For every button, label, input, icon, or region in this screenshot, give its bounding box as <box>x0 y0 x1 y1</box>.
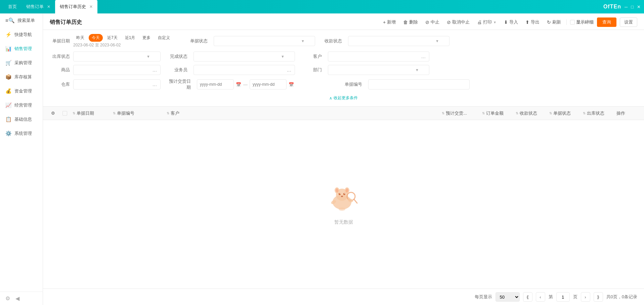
customer-dots[interactable]: ... <box>421 53 426 60</box>
bill-status-select[interactable]: ▼ <box>214 36 315 46</box>
th-settings[interactable]: ⚙ <box>46 111 60 116</box>
th-number-label: 单据编号 <box>117 110 134 116</box>
sidebar-item-finance[interactable]: 💰 资金管理 <box>0 84 43 98</box>
print-button[interactable]: 🖨 打印 ▼ <box>475 18 499 27</box>
per-page-select[interactable]: 50 20 100 <box>496 292 520 302</box>
export-button[interactable]: ⬆ 导出 <box>523 18 542 27</box>
stop-label: 中止 <box>431 19 439 25</box>
date-pill-7days[interactable]: 近7天 <box>104 34 121 42</box>
th-pay-status[interactable]: ⇅ 收款状态 <box>513 110 547 116</box>
date-dash: — <box>243 82 248 87</box>
date-pill-1month[interactable]: 近1月 <box>122 34 138 42</box>
date-start-input[interactable] <box>197 79 234 89</box>
date-end-input[interactable] <box>250 79 287 89</box>
sidebar-settings-icon[interactable]: ⚙ <box>5 295 10 302</box>
sidebar-item-system[interactable]: ⚙️ 系统管理 <box>0 126 43 141</box>
page-suffix: 页 <box>573 294 577 300</box>
salesperson-dots[interactable]: ... <box>287 67 291 73</box>
last-page-button[interactable]: ⟫ <box>594 292 603 302</box>
salesperson-input[interactable]: ... <box>194 65 295 75</box>
add-button[interactable]: + 新增 <box>381 18 398 27</box>
table-settings-icon[interactable]: ⚙ <box>51 111 55 116</box>
window-minimize[interactable]: ─ <box>625 4 628 9</box>
th-delivery[interactable]: ⇅ 预计交货... <box>439 110 479 116</box>
stop-icon: ⊘ <box>425 20 429 25</box>
sidebar-item-purchase-mgmt[interactable]: 🛒 采购管理 <box>0 56 43 70</box>
sidebar-item-inventory[interactable]: 📦 库存核算 <box>0 70 43 84</box>
th-bill-status[interactable]: ⇅ 单据状态 <box>547 110 580 116</box>
filter-section: 单据日期 昨天 今天 近7天 近1月 更多 自定义 2023-06-02 至 2… <box>43 30 644 107</box>
product-input[interactable]: ... <box>73 65 161 75</box>
tab-home[interactable]: 首页 <box>3 0 22 13</box>
window-close[interactable]: ✕ <box>637 4 641 9</box>
tab-sales-order-history[interactable]: 销售订单历史 ✕ <box>55 0 97 13</box>
date-input-group: 📅 — 📅 <box>197 79 294 89</box>
next-page-button[interactable]: › <box>581 292 590 302</box>
import-button[interactable]: ⬇ 导入 <box>502 18 520 27</box>
warehouse-dots[interactable]: ... <box>153 81 157 87</box>
customer-input[interactable]: ... <box>328 51 429 62</box>
settings-button[interactable]: 设置 <box>620 17 637 27</box>
date-pill-more[interactable]: 更多 <box>139 34 154 42</box>
sales-mgmt-icon: 📊 <box>5 46 12 52</box>
sidebar: ≡🔍 搜索菜单 ⚡ 快捷导航 📊 销售管理 🛒 采购管理 📦 库存核算 💰 资金… <box>0 13 43 305</box>
display-columns-checkbox[interactable] <box>570 20 575 25</box>
cancel-stop-icon: ⊘ <box>447 20 451 25</box>
sidebar-collapse-icon[interactable]: ◀ <box>15 295 19 302</box>
complete-status-select[interactable]: ▼ <box>194 51 295 62</box>
bill-number-input[interactable] <box>368 79 470 89</box>
delete-button[interactable]: 🗑 删除 <box>401 18 420 27</box>
payment-status-select[interactable]: ▼ <box>348 36 449 46</box>
th-amount-label: 订单金额 <box>486 110 504 116</box>
svg-point-8 <box>339 193 340 194</box>
prev-page-button[interactable]: ‹ <box>536 292 545 302</box>
sidebar-item-basic-info[interactable]: 📋 基础信息 <box>0 112 43 126</box>
stop-button[interactable]: ⊘ 中止 <box>423 18 441 27</box>
date-pill-yesterday[interactable]: 昨天 <box>73 34 87 42</box>
th-customer[interactable]: ⇅ 客户 <box>164 110 439 116</box>
cal-start-icon[interactable]: 📅 <box>236 82 241 87</box>
th-checkbox[interactable] <box>60 111 70 116</box>
first-page-button[interactable]: ⟪ <box>523 292 532 302</box>
operations-icon: 📈 <box>5 102 12 108</box>
th-date[interactable]: ⇅ 单据日期 <box>70 110 110 116</box>
display-columns-toggle[interactable]: 显示碎细 <box>570 19 594 25</box>
date-label: 单据日期 <box>50 38 73 44</box>
tab-sales-order[interactable]: 销售订单 ✕ <box>22 0 55 13</box>
select-all-checkbox[interactable] <box>62 111 67 116</box>
date-pill-today[interactable]: 今天 <box>89 34 103 42</box>
page-number-input[interactable] <box>556 292 570 302</box>
out-status-select[interactable]: ▼ <box>73 51 161 62</box>
svg-point-7 <box>343 193 345 195</box>
sidebar-item-quick-nav[interactable]: ⚡ 快捷导航 <box>0 28 43 42</box>
th-pay-status-label: 收款状态 <box>520 110 537 116</box>
svg-point-4 <box>336 188 338 192</box>
toolbar: + 新增 🗑 删除 ⊘ 中止 ⊘ 取消中止 🖨 打印 <box>381 17 637 27</box>
collapse-label: 收起更多条件 <box>334 95 358 101</box>
refresh-button[interactable]: ↻ 刷新 <box>545 18 563 27</box>
cancel-stop-button[interactable]: ⊘ 取消中止 <box>445 18 472 27</box>
tab-sales-order-history-close[interactable]: ✕ <box>89 4 93 9</box>
query-button[interactable]: 查询 <box>597 17 616 27</box>
sidebar-item-sales-mgmt[interactable]: 📊 销售管理 <box>0 42 43 56</box>
sidebar-item-search-menu[interactable]: ≡🔍 搜索菜单 <box>0 13 43 28</box>
sort-delivery-icon: ⇅ <box>442 111 444 115</box>
th-amount[interactable]: ⇅ 订单金额 <box>479 110 513 116</box>
dept-select[interactable]: ▼ <box>328 65 429 75</box>
table-area: ⚙ ⇅ 单据日期 ⇅ 单据编号 ⇅ 客户 ⇅ <box>43 107 644 289</box>
sort-out-status-icon: ⇅ <box>583 111 586 115</box>
th-number[interactable]: ⇅ 单据编号 <box>110 110 164 116</box>
warehouse-input[interactable]: ... <box>73 79 161 89</box>
dept-label: 部门 <box>302 67 325 73</box>
product-dots[interactable]: ... <box>153 67 157 73</box>
delete-icon: 🗑 <box>403 20 408 25</box>
collapse-button[interactable]: ∧ 收起更多条件 <box>328 94 359 102</box>
window-maximize[interactable]: □ <box>631 4 634 9</box>
date-pill-custom[interactable]: 自定义 <box>155 34 173 42</box>
sidebar-item-operations[interactable]: 📈 经营管理 <box>0 98 43 112</box>
th-out-status[interactable]: ⇅ 出库状态 <box>580 110 614 116</box>
tab-sales-order-close[interactable]: ✕ <box>47 4 50 9</box>
cal-end-icon[interactable]: 📅 <box>289 82 294 87</box>
out-status-arrow: ▼ <box>146 54 150 59</box>
date-range-text: 2023-06-02 至 2023-06-02 <box>73 42 187 48</box>
